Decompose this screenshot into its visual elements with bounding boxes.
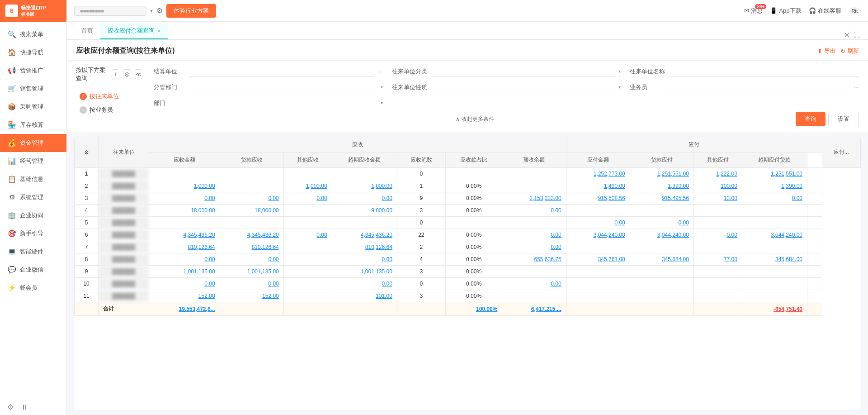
set-button[interactable]: 设置 xyxy=(828,112,859,126)
promo-button[interactable]: 体验行业方案 xyxy=(166,4,216,18)
sidebar-item-sales[interactable]: 🛒 销售管理 xyxy=(0,80,66,98)
page-content: 应收应付余额查询(按往来单位) ⬆ 导出 ↻ 刷新 按以下方案查询 xyxy=(67,40,868,415)
partner-cell: ██████ xyxy=(99,217,149,229)
table-container: ⚙ 往来单位 应收 应付 应付... 应收金额 贷款应收 其他应收 超期应收金额… xyxy=(74,137,861,410)
filter-fields-grid: 结算单位 ··· 往来单位分类 ▾ 往来单位名称 xyxy=(154,66,859,108)
service-icon: 🎧 xyxy=(809,7,816,14)
table-row: 9██████1,001,135.001,001,135.001,001,135… xyxy=(75,266,861,278)
dept-label: 分管部门 xyxy=(154,83,185,91)
table-row: 4██████18,000.0018,000.009,000.0030.00%0… xyxy=(75,205,861,217)
query-button[interactable]: 查询 xyxy=(796,112,826,126)
nature-arrow-icon: ▾ xyxy=(618,85,621,90)
sidebar-item-finance[interactable]: 💰 资金管理 xyxy=(0,134,66,152)
sidebar-item-ent-wx[interactable]: 💬 企业微信 xyxy=(0,261,66,279)
filter-row-category: 往来单位分类 ▾ xyxy=(392,66,621,76)
table-row: 3██████0.000.000.000.0090.00%2,153,333.0… xyxy=(75,192,861,205)
collapse-more-btn[interactable]: ∧ 收起更多条件 xyxy=(456,115,494,123)
sidebar-item-quicknav[interactable]: 🏠 快捷导航 xyxy=(0,43,66,62)
search-menu-icon: 🔍 xyxy=(7,30,16,39)
partner-cell: ██████ xyxy=(99,205,149,217)
salesperson-picker[interactable]: ··· xyxy=(854,84,859,91)
message-button[interactable]: ✉ 消息 99+ xyxy=(744,7,763,15)
partner-cell: ██████ xyxy=(99,241,149,253)
filter-left: 按以下方案查询 + ◎ ≪ ✓ 按往来单位 ○ 按业务员 xyxy=(76,66,148,126)
gear-icon[interactable]: ⚙ xyxy=(156,6,163,15)
export-button[interactable]: ⬆ 导出 xyxy=(817,47,836,55)
user-info[interactable]: Rit xyxy=(849,7,861,14)
maximize-window-icon[interactable]: ⛶ xyxy=(854,31,861,39)
th-ap-amount: 应付金额 xyxy=(566,153,630,168)
app-download-button[interactable]: 📱 App下载 xyxy=(770,7,801,15)
scheme-item-partner[interactable]: ✓ 按往来单位 xyxy=(76,91,142,102)
summary-ap-overdue[interactable]: -654,751.40 xyxy=(742,302,807,316)
summary-row: 合计 19,553,472,6... 100.00% 6,417,215....… xyxy=(75,302,861,316)
filter-body: 按以下方案查询 + ◎ ≪ ✓ 按往来单位 ○ 按业务员 xyxy=(76,66,859,126)
marketing-icon: 📢 xyxy=(7,66,16,75)
th-settings[interactable]: ⚙ xyxy=(75,137,99,168)
th-ap-more: 应付... xyxy=(822,137,860,168)
operation-icon: 📊 xyxy=(7,157,16,166)
table-row: 6██████4,345,436.204,345,436.200.004,345… xyxy=(75,229,861,241)
filter-area: 按以下方案查询 + ◎ ≪ ✓ 按往来单位 ○ 按业务员 xyxy=(67,61,868,132)
settlement-unit-input[interactable] xyxy=(189,66,374,76)
sidebar-item-purchase[interactable]: 📦 采购管理 xyxy=(0,98,66,116)
online-service-button[interactable]: 🎧 在线客服 xyxy=(809,7,841,15)
sidebar-item-search[interactable]: 🔍 搜索菜单 xyxy=(0,25,66,43)
dropdown-icon[interactable]: ▾ xyxy=(150,8,153,14)
sidebar-item-baseinfo[interactable]: 📋 基础信息 xyxy=(0,170,66,188)
summary-ar-amount[interactable]: 19,553,472,6... xyxy=(149,302,220,316)
close-window-icon[interactable]: ✕ xyxy=(844,31,850,39)
th-ap-group: 应付 xyxy=(566,137,822,153)
sidebar-item-member[interactable]: ⚡ 畅会员 xyxy=(0,279,66,297)
partner-cell: ██████ xyxy=(99,278,149,290)
settlement-unit-picker[interactable]: ··· xyxy=(377,68,383,75)
refresh-button[interactable]: ↻ 刷新 xyxy=(840,47,859,55)
scheme-item-salesperson[interactable]: ○ 按业务员 xyxy=(76,104,142,116)
sidebar-item-operation[interactable]: 📊 经营管理 xyxy=(0,152,66,170)
sidebar-item-smarthw[interactable]: 💻 智能硬件 xyxy=(0,243,66,261)
sidebar-item-newbie[interactable]: 🎯 新手引导 xyxy=(0,224,66,243)
partner-cell: ██████ xyxy=(99,253,149,266)
sidebar-item-inventory[interactable]: 🏪 库存核算 xyxy=(0,116,66,134)
sidebar-item-marketing[interactable]: 📢 营销推广 xyxy=(0,62,66,80)
add-scheme-btn[interactable]: + xyxy=(112,69,120,79)
tab-ar-ap[interactable]: 应收应付余额查询 ✕ xyxy=(100,23,168,39)
filter-row-partnername: 往来单位名称 xyxy=(630,66,859,76)
partner-cell: ██████ xyxy=(99,168,149,180)
logo-icon: 6 xyxy=(5,5,18,17)
collapse-scheme-btn[interactable]: ≪ xyxy=(135,69,143,79)
filter-row-nature: 往来单位性质 ▾ xyxy=(392,82,621,92)
table-row: 2██████1,000.001,000.001,000.0010.00%1,4… xyxy=(75,180,861,192)
tab-close-icon[interactable]: ✕ xyxy=(157,29,161,33)
department-select[interactable] xyxy=(189,98,377,108)
sidebar-item-enterprise[interactable]: 🏢 企业协同 xyxy=(0,206,66,224)
message-badge: 99+ xyxy=(755,4,766,9)
sidebar-logo: 6 畅捷通ERP 标准版 xyxy=(0,0,66,22)
salesperson-input[interactable] xyxy=(665,82,850,92)
table-row: 8██████0.000.000.0040.00%655,636.75345,7… xyxy=(75,253,861,266)
dept-arrow-icon: ▾ xyxy=(381,85,383,90)
summary-label: 合计 xyxy=(99,302,149,316)
collapse-icon[interactable]: ⏸ xyxy=(21,403,28,411)
member-icon: ⚡ xyxy=(7,283,16,292)
filter-row-settlement: 结算单位 ··· xyxy=(154,66,383,76)
nature-select[interactable] xyxy=(431,82,615,92)
home-icon: 🏠 xyxy=(7,48,16,57)
edit-scheme-btn[interactable]: ◎ xyxy=(123,69,131,79)
app-icon: 📱 xyxy=(770,7,777,14)
partner-category-select[interactable] xyxy=(431,66,615,76)
sidebar-footer: ⚙ ⏸ xyxy=(0,399,66,415)
table-row: 5██████00.000.00 xyxy=(75,217,861,229)
tab-home[interactable]: 首页 xyxy=(74,23,100,39)
settings-icon[interactable]: ⚙ xyxy=(7,403,14,411)
summary-ar-prepay[interactable]: 6,417,215.... xyxy=(502,302,566,316)
th-ar-other: 其他应收 xyxy=(283,153,332,168)
partner-name-input[interactable] xyxy=(669,66,859,76)
table-row: 1██████01,252,773.001,251,551.001,222.00… xyxy=(75,168,861,180)
dept-select[interactable] xyxy=(189,82,377,92)
dept2-arrow-icon: ▾ xyxy=(381,100,383,105)
logo-sub: 标准版 xyxy=(21,11,46,18)
window-controls: ✕ ⛶ xyxy=(844,31,861,39)
tabs-bar: 首页 应收应付余额查询 ✕ ✕ ⛶ xyxy=(67,22,868,40)
sidebar-item-system[interactable]: ⚙ 系统管理 xyxy=(0,188,66,206)
